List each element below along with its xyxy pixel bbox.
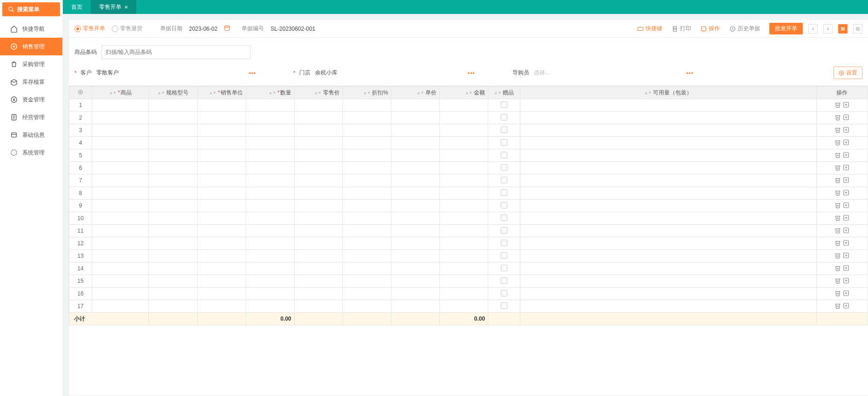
- col-qty[interactable]: ▲▼*数量: [246, 87, 294, 99]
- delete-row-button[interactable]: [834, 241, 842, 248]
- table-row[interactable]: 3: [69, 124, 868, 137]
- customer-field[interactable]: * 客户 零散客户 •••: [74, 67, 256, 79]
- table-row[interactable]: 14: [69, 262, 868, 275]
- add-row-button[interactable]: [842, 166, 850, 172]
- order-type-radio[interactable]: 零售退货: [112, 25, 142, 33]
- table-row[interactable]: 9: [69, 200, 868, 212]
- sidebar-item-base[interactable]: 基础信息: [0, 126, 62, 144]
- table-row[interactable]: 13: [69, 250, 868, 262]
- delete-row-button[interactable]: [834, 153, 842, 160]
- table-row[interactable]: 2: [69, 112, 868, 124]
- col-spec[interactable]: ▲▼规格型号: [149, 87, 197, 99]
- store-lookup-icon[interactable]: •••: [468, 70, 475, 76]
- table-row[interactable]: 12: [69, 237, 868, 250]
- delete-row-button[interactable]: [834, 266, 842, 273]
- col-available[interactable]: ▲▼可用量（包装）: [520, 87, 816, 99]
- delete-row-button[interactable]: [834, 228, 842, 235]
- add-row-button[interactable]: [842, 203, 850, 210]
- delete-row-button[interactable]: [834, 254, 842, 260]
- gift-checkbox[interactable]: [501, 290, 507, 296]
- calendar-icon[interactable]: [224, 25, 230, 33]
- next-record-button[interactable]: [823, 24, 833, 34]
- sidebar-item-sale[interactable]: 销售管理: [0, 38, 62, 55]
- table-row[interactable]: 5: [69, 149, 868, 162]
- delete-row-button[interactable]: [834, 128, 842, 134]
- tab[interactable]: 首页: [63, 0, 91, 14]
- close-icon[interactable]: ✕: [124, 5, 128, 10]
- col-gift[interactable]: ▲▼赠品: [488, 87, 520, 99]
- col-product[interactable]: ▲▼*商品: [92, 87, 148, 99]
- gift-checkbox[interactable]: [501, 127, 507, 133]
- table-row[interactable]: 6: [69, 162, 868, 175]
- sidebar-item-money[interactable]: 资金管理: [0, 91, 62, 108]
- add-row-button[interactable]: [842, 178, 850, 185]
- table-row[interactable]: 10: [69, 212, 868, 225]
- guide-lookup-icon[interactable]: •••: [686, 70, 694, 76]
- add-row-button[interactable]: [842, 128, 850, 134]
- gift-checkbox[interactable]: [501, 114, 507, 121]
- delete-row-button[interactable]: [834, 103, 842, 109]
- table-row[interactable]: 1: [69, 99, 868, 112]
- add-row-button[interactable]: [842, 279, 850, 285]
- gift-checkbox[interactable]: [501, 227, 507, 234]
- table-row[interactable]: 16: [69, 288, 868, 300]
- sidebar-item-stock[interactable]: 库存核算: [0, 73, 62, 91]
- delete-row-button[interactable]: [834, 178, 842, 185]
- delete-row-button[interactable]: [834, 166, 842, 172]
- gift-checkbox[interactable]: [501, 240, 507, 246]
- search-menu-button[interactable]: 搜索菜单: [2, 2, 60, 16]
- gift-checkbox[interactable]: [501, 101, 507, 108]
- shortcut-button[interactable]: 快捷键: [637, 25, 662, 33]
- tab[interactable]: 零售开单✕: [91, 0, 136, 14]
- gift-checkbox[interactable]: [501, 152, 507, 158]
- col-unit[interactable]: ▲▼*销售单位: [197, 87, 246, 99]
- customer-lookup-icon[interactable]: •••: [249, 70, 256, 76]
- order-type-radio[interactable]: 零售开单: [74, 25, 105, 33]
- col-discount[interactable]: ▲▼折扣%: [343, 87, 391, 99]
- gift-checkbox[interactable]: [501, 277, 507, 284]
- history-button[interactable]: 历史单据: [729, 25, 760, 33]
- sidebar-item-home[interactable]: 快捷导航: [0, 20, 62, 38]
- table-row[interactable]: 15: [69, 275, 868, 288]
- add-row-button[interactable]: [842, 141, 850, 147]
- table-row[interactable]: 4: [69, 137, 868, 149]
- sidebar-item-system[interactable]: 系统管理: [0, 144, 62, 161]
- operate-button[interactable]: 操作: [700, 25, 720, 33]
- guide-field[interactable]: 导购员 选择... •••: [512, 67, 694, 79]
- gift-checkbox[interactable]: [501, 265, 507, 271]
- add-row-button[interactable]: [842, 103, 850, 109]
- add-row-button[interactable]: [842, 266, 850, 273]
- table-row[interactable]: 11: [69, 225, 868, 237]
- add-row-button[interactable]: [842, 228, 850, 235]
- gift-checkbox[interactable]: [501, 302, 507, 309]
- add-row-button[interactable]: [842, 254, 850, 260]
- prev-record-button[interactable]: [808, 24, 818, 34]
- add-row-button[interactable]: [842, 216, 850, 222]
- gift-checkbox[interactable]: [501, 177, 507, 183]
- gift-checkbox[interactable]: [501, 215, 507, 221]
- col-retail-price[interactable]: ▲▼零售价: [294, 87, 343, 99]
- gift-checkbox[interactable]: [501, 202, 507, 208]
- table-row[interactable]: 8: [69, 187, 868, 200]
- col-gear[interactable]: [69, 87, 92, 99]
- sidebar-item-bag[interactable]: 采购管理: [0, 55, 62, 73]
- delete-row-button[interactable]: [834, 115, 842, 122]
- delete-row-button[interactable]: [834, 203, 842, 210]
- add-row-button[interactable]: [842, 291, 850, 298]
- delete-row-button[interactable]: [834, 291, 842, 298]
- col-unit-price[interactable]: ▲▼单价: [391, 87, 440, 99]
- delete-row-button[interactable]: [834, 216, 842, 222]
- bulk-order-button[interactable]: 批发开单: [769, 23, 803, 34]
- settings-button[interactable]: 设置: [834, 67, 862, 79]
- date-value[interactable]: 2023-06-02: [189, 26, 217, 32]
- gift-checkbox[interactable]: [501, 252, 507, 259]
- gift-checkbox[interactable]: [501, 139, 507, 146]
- gift-checkbox[interactable]: [501, 164, 507, 171]
- add-row-button[interactable]: [842, 304, 850, 310]
- add-row-button[interactable]: [842, 241, 850, 248]
- add-row-button[interactable]: [842, 115, 850, 122]
- extra-button[interactable]: [853, 24, 862, 34]
- store-field[interactable]: * 门店 余杭小库 •••: [293, 67, 475, 79]
- delete-row-button[interactable]: [834, 141, 842, 147]
- col-amount[interactable]: ▲▼金额: [440, 87, 488, 99]
